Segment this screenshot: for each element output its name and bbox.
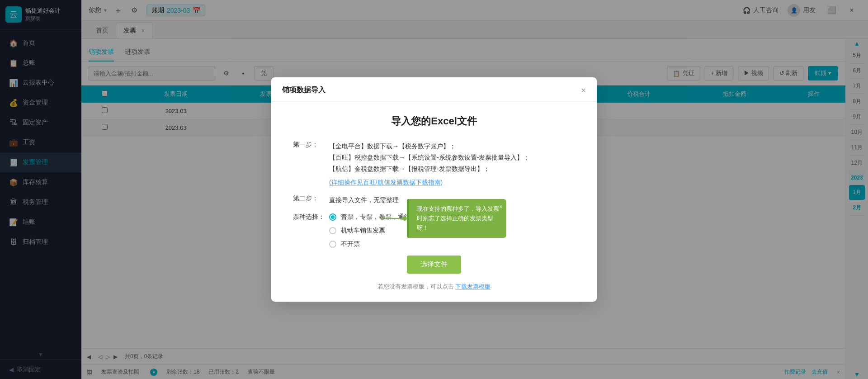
download-template-link[interactable]: 下载发票模版 — [455, 283, 491, 290]
step2-content: 直接导入文件，无需整理 — [329, 194, 399, 206]
callout-dot — [402, 216, 407, 221]
modal-title: 销项数据导入 — [282, 85, 326, 95]
callout-connector — [380, 216, 407, 221]
radio-circle-3 — [329, 241, 336, 248]
callout-tooltip: × 现在支持的票种多了，导入发票时别忘了选择正确的发票类型呀！ — [407, 199, 506, 238]
import-modal: 销项数据导入 × 导入您的Excel文件 第一步： 【全电平台】数据下载→【税务… — [271, 77, 597, 302]
step1-content: 【全电平台】数据下载→【税务数字账户】； 【百旺】税控盘数据下载→【系统设置-系… — [329, 141, 529, 188]
modal-footer-note: 若您没有发票模版，可以点击 下载发票模版 — [293, 283, 575, 291]
step1-line1: 【全电平台】数据下载→【税务数字账户】； — [329, 141, 529, 152]
step1-label: 第一步： — [293, 141, 325, 188]
radio-label-3: 不开票 — [341, 240, 360, 248]
select-file-button[interactable]: 选择文件 — [407, 256, 461, 274]
step2-label: 第二步： — [293, 194, 325, 206]
radio-circle-1 — [329, 213, 336, 221]
radio-circle-2 — [329, 227, 336, 234]
modal-main-title: 导入您的Excel文件 — [293, 114, 575, 128]
step1-row: 第一步： 【全电平台】数据下载→【税务数字账户】； 【百旺】税控盘数据下载→【系… — [293, 141, 575, 188]
step1-line3: 【航信】金税盘数据下载→【报税管理-发票数据导出】； — [329, 163, 529, 175]
callout-line — [380, 218, 402, 219]
step1-line2: 【百旺】税控盘数据下载→【系统设置-系统参数设置-发票批量导入】； — [329, 152, 529, 163]
baiwang-guide-link[interactable]: (详细操作见百旺/航信发票数据下载指南) — [329, 179, 443, 186]
callout-close-btn[interactable]: × — [499, 202, 503, 212]
callout-border — [407, 199, 409, 238]
step1-link-wrapper: (详细操作见百旺/航信发票数据下载指南) — [329, 177, 529, 188]
radio-option-3[interactable]: 不开票 — [329, 240, 480, 248]
modal-overlay: 销项数据导入 × 导入您的Excel文件 第一步： 【全电平台】数据下载→【税务… — [0, 0, 868, 379]
radio-label-2: 机动车销售发票 — [341, 227, 385, 235]
modal-header: 销项数据导入 × — [271, 77, 597, 102]
ticket-label: 票种选择： — [293, 213, 325, 221]
modal-close-button[interactable]: × — [581, 86, 586, 95]
